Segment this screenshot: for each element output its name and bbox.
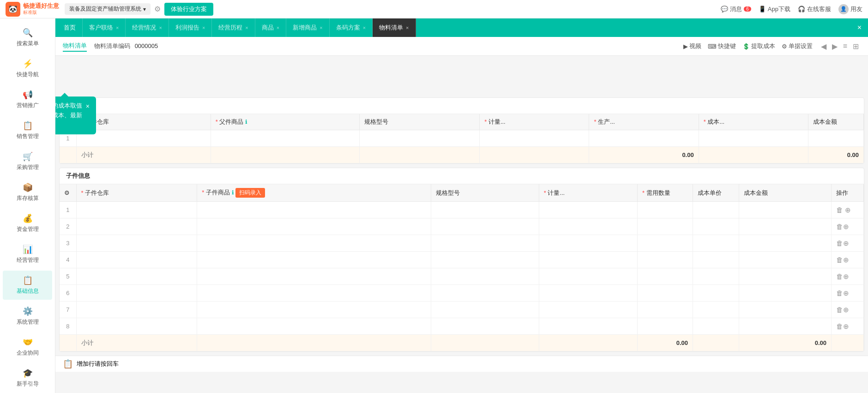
view-action[interactable]: ▶ 视频 [683,42,701,50]
shortcut-action[interactable]: ⌨ 快捷键 [708,42,736,50]
close-history-tab[interactable]: × [245,25,248,30]
sidebar-item-sales[interactable]: 📋 销售管理 [3,116,52,145]
child-warehouse-1[interactable] [76,202,197,218]
delete-icon[interactable]: 🗑 [836,223,843,230]
try-industry-button[interactable]: 体验行业方案 [164,3,213,16]
sidebar-item-base[interactable]: 📋 基础信息 [3,271,52,300]
sidebar-label-collab: 企业协同 [17,349,39,357]
close-new-goods-tab[interactable]: × [319,25,322,30]
close-all-tabs-button[interactable]: × [853,24,866,32]
brand-logo: 🐼 畅捷通好生意 标准版 [6,2,61,17]
sidebar-item-search[interactable]: 🔍 搜索菜单 [3,23,52,52]
sidebar-label-sales: 销售管理 [17,133,39,140]
delete-icon[interactable]: 🗑 [836,239,843,247]
grid-icon[interactable]: ≡ [841,41,849,51]
parent-col-goods: * 父件商品 ℹ [211,114,359,130]
user-menu[interactable]: 👤 用友 [838,4,862,14]
next-icon[interactable]: ▶ [830,41,839,52]
add-row-icon[interactable]: 📋 [63,359,73,369]
delete-icon[interactable]: 🗑 [836,289,843,297]
delete-icon[interactable]: 🗑 [836,206,843,214]
child-spec-1[interactable] [431,202,539,218]
sidebar-item-inventory[interactable]: 📦 库存核算 [3,178,52,207]
copy-icon[interactable]: ⊕ [843,289,849,297]
parent-subtotal-amount: 0.00 [808,147,864,163]
parent-unit-cell[interactable] [480,130,589,147]
sub-tab-code[interactable]: 物料清单编码 0000005 [94,41,158,51]
delete-icon[interactable]: 🗑 [836,322,843,330]
sidebar-item-marketing[interactable]: 📢 营销推广 [3,85,52,114]
delete-icon[interactable]: 🗑 [836,306,843,314]
parent-cost-cell[interactable] [699,130,808,147]
copy-icon[interactable]: ⊕ [843,223,849,230]
close-barcode-tab[interactable]: × [363,25,366,30]
sidebar-item-guide[interactable]: 🎓 新手引导 [3,363,52,393]
tab-profit[interactable]: 利润报告 × [169,18,212,37]
copy-icon[interactable]: ⊕ [843,322,849,330]
scan-input-button[interactable]: 扫码录入 [235,188,265,198]
copy-icon[interactable]: ⊕ [845,206,851,214]
delete-icon[interactable]: 🗑 [836,256,843,264]
parent-warehouse-cell[interactable] [76,130,211,147]
delete-icon[interactable]: 🗑 [836,272,843,280]
extract-cost-action[interactable]: 💲 提取成本 [742,42,775,50]
child-col-quantity: * 需用数量 [638,184,693,202]
sidebar-label-search: 搜索菜单 [17,40,39,48]
tab-new-goods[interactable]: 新增商品 × [286,18,329,37]
child-col-settings[interactable]: ⚙ [60,184,76,202]
tab-history[interactable]: 经营历程 × [212,18,255,37]
tab-home[interactable]: 首页 [57,18,83,37]
child-action-1: 🗑 ⊕ [832,202,864,218]
parent-spec-cell[interactable] [359,130,479,147]
sidebar-label-quicknav: 快捷导航 [17,71,39,79]
sidebar-label-base: 基础信息 [17,287,39,295]
sidebar-item-quicknav[interactable]: ⚡ 快捷导航 [3,54,52,83]
parent-production-cell[interactable] [589,130,699,147]
child-col-goods: * 子件商品 ℹ 扫码录入 [197,184,431,202]
tab-operations[interactable]: 经营情况 × [126,18,169,37]
close-goods-tab[interactable]: × [277,25,279,30]
tooltip-close-button[interactable]: × [86,101,90,111]
child-unit-1[interactable] [539,202,637,218]
sidebar-label-inventory: 库存核算 [17,194,39,202]
single-setting-action[interactable]: ⚙ 单据设置 [782,42,813,50]
sidebar-item-purchase[interactable]: 🛒 采购管理 [3,147,52,176]
child-section-title: 子件信息 [60,168,864,184]
parent-col-spec: 规格型号 [359,114,479,130]
sidebar-item-finance[interactable]: 💰 资金管理 [3,209,52,238]
nav-tabs: 首页 客户联络 × 经营情况 × 利润报告 × 经营历程 × 商品 × [55,18,868,37]
copy-icon[interactable]: ⊕ [843,306,849,314]
system-selector[interactable]: 装备及固定资产辅助管理系统 ▾ [65,3,151,15]
tab-barcode[interactable]: 条码方案 × [330,18,373,37]
child-unit-cost-1[interactable] [693,202,739,218]
cart-icon: 🛒 [23,151,33,162]
copy-icon[interactable]: ⊕ [843,272,849,280]
close-bom-tab[interactable]: × [406,25,409,30]
sub-tab-list[interactable]: 物料清单 [63,41,87,52]
copy-icon[interactable]: ⊕ [843,239,849,247]
expand-icon[interactable]: ⊞ [851,41,861,52]
tab-bom[interactable]: 物料清单 × [373,18,416,37]
sidebar-item-operations[interactable]: 📊 经营管理 [3,240,52,269]
tab-goods[interactable]: 商品 × [255,18,286,37]
parent-subtotal-label: 小计 [76,147,211,163]
sidebar-item-system[interactable]: ⚙️ 系统管理 [3,302,52,331]
message-button[interactable]: 💬 消息 6 [721,5,751,13]
parent-goods-cell[interactable] [211,130,359,147]
child-goods-1[interactable] [197,202,431,218]
prev-icon[interactable]: ◀ [819,41,828,52]
gear-icon[interactable]: ⚙ [154,5,161,13]
close-customer-tab[interactable]: × [116,25,119,30]
child-table: ⚙ * 子件仓库 * 子件商品 ℹ 扫码录入 规格型号 * 计量... * 需用… [60,184,864,351]
lightning-icon: ⚡ [23,59,33,69]
close-profit-tab[interactable]: × [202,25,205,30]
sidebar-item-collab[interactable]: 🤝 企业协同 [3,333,52,362]
app-download-button[interactable]: 📱 App下载 [759,5,790,13]
online-service-button[interactable]: 🎧 在线客服 [798,5,831,13]
copy-icon[interactable]: ⊕ [843,256,849,264]
child-subtotal-qty: 0.00 [638,335,693,351]
chevron-down-icon: ▾ [143,6,146,12]
close-operations-tab[interactable]: × [159,25,162,30]
child-qty-1[interactable] [638,202,693,218]
tab-customer[interactable]: 客户联络 × [83,18,126,37]
